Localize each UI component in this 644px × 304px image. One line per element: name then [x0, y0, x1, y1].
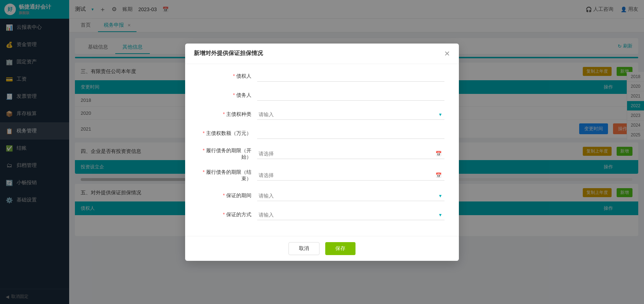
- period-start-calendar-icon[interactable]: 📅: [433, 151, 444, 156]
- claim-type-label-text: 主债权种类: [226, 111, 251, 117]
- guarantee-method-select[interactable]: ▾: [257, 210, 444, 220]
- required-star-5: *: [203, 148, 205, 153]
- required-star-7: *: [223, 192, 225, 198]
- period-end-label-text: 履行债务的期限（结束）: [206, 169, 251, 181]
- required-star: *: [233, 73, 235, 79]
- period-end-label: * 履行债务的期限（结束）: [200, 169, 257, 182]
- cancel-button[interactable]: 取消: [289, 242, 319, 255]
- claim-type-select[interactable]: ▾: [257, 109, 444, 120]
- guarantee-period-select[interactable]: ▾: [257, 191, 444, 201]
- required-star-8: *: [223, 212, 225, 217]
- guarantee-period-label: * 保证的期间: [200, 192, 257, 199]
- form-row-period-start: * 履行债务的期限（开始） 📅: [200, 148, 444, 160]
- claim-amount-input[interactable]: [257, 128, 444, 139]
- form-row-debtor: * 债务人: [200, 90, 444, 101]
- form-row-guarantee-period: * 保证的期间 ▾: [200, 191, 444, 201]
- guarantee-period-input[interactable]: [257, 191, 436, 201]
- claim-amount-label: * 主债权数额（万元）: [200, 130, 257, 137]
- period-end-calendar-icon[interactable]: 📅: [433, 172, 444, 178]
- creditor-input[interactable]: [257, 71, 444, 82]
- form-row-period-end: * 履行债务的期限（结束） 📅: [200, 169, 444, 182]
- period-end-date[interactable]: 📅: [257, 170, 444, 181]
- required-star-2: *: [233, 92, 235, 98]
- required-star-3: *: [223, 111, 225, 117]
- claim-type-dropdown-icon[interactable]: ▾: [436, 112, 444, 117]
- form-row-guarantee-method: * 保证的方式 ▾: [200, 210, 444, 220]
- guarantee-method-label-text: 保证的方式: [226, 212, 251, 217]
- guarantee-period-dropdown-icon[interactable]: ▾: [436, 193, 444, 199]
- claim-type-label: * 主债权种类: [200, 111, 257, 118]
- modal-footer: 取消 保存: [185, 236, 459, 261]
- required-star-4: *: [203, 130, 205, 136]
- debtor-label-text: 债务人: [236, 92, 251, 98]
- creditor-label-text: 债权人: [236, 73, 251, 79]
- modal-close-button[interactable]: ✕: [444, 49, 450, 58]
- creditor-label: * 债权人: [200, 73, 257, 80]
- save-button[interactable]: 保存: [325, 242, 355, 255]
- period-start-label-text: 履行债务的期限（开始）: [206, 148, 251, 160]
- modal-header: 新增对外提供保证担保情况 ✕: [185, 44, 459, 64]
- form-row-creditor: * 债权人: [200, 71, 444, 82]
- period-start-date[interactable]: 📅: [257, 149, 444, 159]
- form-row-claim-type: * 主债权种类 ▾: [200, 109, 444, 120]
- claim-type-input[interactable]: [257, 109, 436, 119]
- guarantee-method-label: * 保证的方式: [200, 212, 257, 218]
- guarantee-period-label-text: 保证的期间: [226, 192, 251, 198]
- modal-overlay: 新增对外提供保证担保情况 ✕ * 债权人 * 债务人: [0, 0, 644, 304]
- period-start-label: * 履行债务的期限（开始）: [200, 148, 257, 160]
- required-star-6: *: [203, 169, 205, 175]
- period-end-input[interactable]: [257, 170, 433, 180]
- debtor-input[interactable]: [257, 90, 444, 101]
- modal-title: 新增对外提供保证担保情况: [194, 50, 263, 57]
- debtor-label: * 债务人: [200, 92, 257, 99]
- period-start-input[interactable]: [257, 149, 433, 159]
- claim-amount-label-text: 主债权数额（万元）: [206, 130, 251, 136]
- form-row-claim-amount: * 主债权数额（万元）: [200, 128, 444, 139]
- guarantee-method-dropdown-icon[interactable]: ▾: [436, 212, 444, 218]
- modal-dialog: 新增对外提供保证担保情况 ✕ * 债权人 * 债务人: [185, 44, 459, 261]
- guarantee-method-input[interactable]: [257, 210, 436, 220]
- modal-body: * 债权人 * 债务人 * 主债权种类: [185, 64, 459, 236]
